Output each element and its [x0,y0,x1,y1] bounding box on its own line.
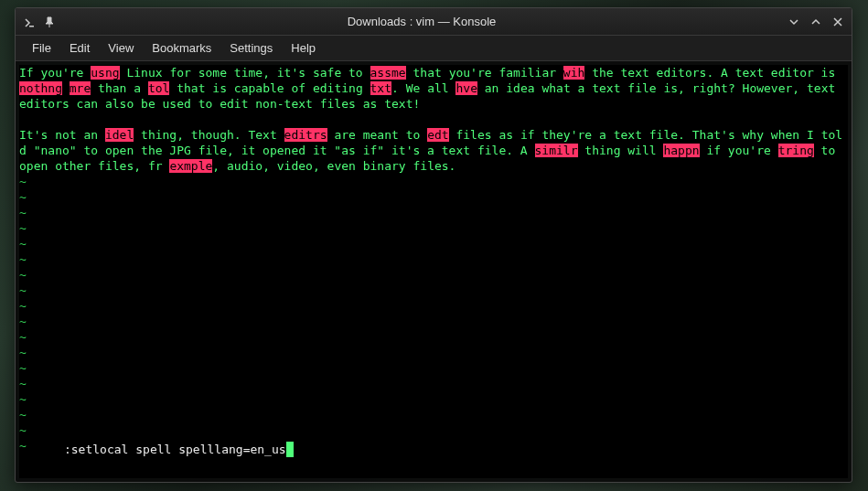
menu-settings[interactable]: Settings [220,37,282,59]
terminal-area[interactable]: If you're usng Linux for some time, it's… [19,65,848,478]
vim-command-line[interactable]: :setlocal spell spelllang=en_us [21,426,294,473]
spell-error: happn [663,144,699,157]
spell-error: nothng [19,81,62,95]
empty-line-tilde: ~ [19,377,27,390]
spell-error: tring [778,144,814,157]
menu-bookmarks[interactable]: Bookmarks [143,37,220,59]
empty-line-tilde: ~ [19,237,27,251]
menu-view[interactable]: View [99,37,143,59]
menu-help[interactable]: Help [282,37,325,59]
empty-line-tilde: ~ [19,299,27,313]
konsole-window: Downloads : vim — Konsole File Edit View… [15,7,852,483]
menu-file[interactable]: File [23,37,60,59]
cursor [286,442,294,457]
maximize-icon[interactable] [809,16,822,28]
empty-line-tilde: ~ [19,330,27,344]
titlebar[interactable]: Downloads : vim — Konsole [16,8,852,36]
empty-line-tilde: ~ [19,392,27,406]
empty-line-tilde: ~ [19,315,27,328]
spell-error: mre [70,81,91,95]
spell-error: similr [535,144,578,157]
spell-error: txt [370,81,391,95]
empty-line-tilde: ~ [19,221,27,235]
svg-rect-0 [29,26,34,27]
spell-error: usng [91,66,119,80]
menu-edit[interactable]: Edit [60,37,99,59]
minimize-icon[interactable] [788,16,800,28]
command-text: :setlocal spell spelllang=en_us [64,443,286,456]
empty-line-tilde: ~ [19,175,27,188]
editor-content: If you're usng Linux for some time, it's… [19,65,848,454]
spell-error: tol [148,81,169,95]
spell-error: wih [563,66,584,80]
spell-error: exmple [169,159,212,173]
empty-line-tilde: ~ [19,346,27,359]
empty-line-tilde: ~ [19,268,27,282]
spell-error: editrs [284,128,327,142]
empty-line-tilde: ~ [19,206,27,219]
spell-error: assme [370,66,406,80]
empty-line-tilde: ~ [19,190,27,204]
empty-line-tilde: ~ [19,361,27,375]
spell-error: edt [427,128,448,142]
spell-error: idel [105,128,134,142]
app-menu-icon[interactable] [23,16,36,28]
close-icon[interactable] [831,16,844,28]
empty-line-tilde: ~ [19,408,27,422]
spell-error: hve [455,81,477,95]
pin-icon[interactable] [43,16,56,28]
window-title: Downloads : vim — Konsole [56,15,788,28]
empty-line-tilde: ~ [19,252,27,266]
menubar: File Edit View Bookmarks Settings Help [16,36,852,61]
empty-line-tilde: ~ [19,283,27,297]
